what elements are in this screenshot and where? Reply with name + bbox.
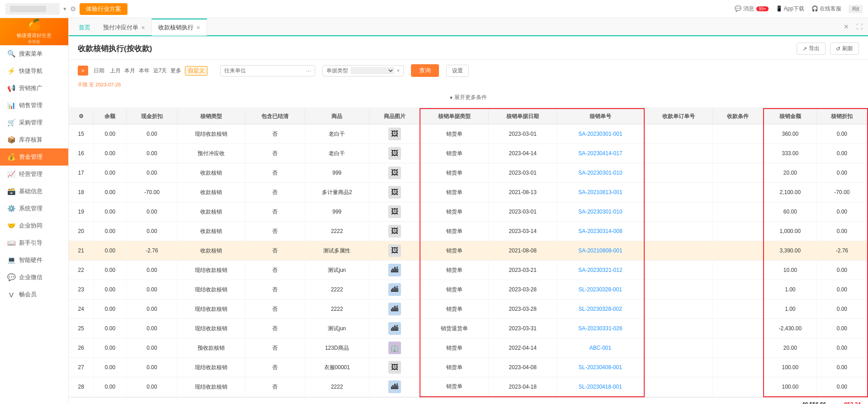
company-selector[interactable]: [5, 3, 60, 15]
doc-no-link[interactable]: SA-20230301-010: [578, 170, 622, 176]
sidebar-icon-0: 🔍: [7, 50, 15, 58]
date-more[interactable]: 更多: [170, 67, 181, 75]
cell-balance: 0.00: [94, 163, 127, 183]
doc-no-link[interactable]: SA-20210808-001: [578, 247, 622, 254]
cell-cancel-doc-type: 销货单: [420, 183, 489, 202]
sidebar-item-5[interactable]: 📦 库存核算: [0, 131, 68, 148]
cell-cash-discount: 0.00: [127, 222, 177, 241]
cell-cancel-doc-type: 销货单: [420, 280, 489, 299]
cell-cancel-doc-date: 2023-03-01: [489, 124, 557, 144]
date-7days[interactable]: 近7天: [153, 67, 167, 75]
sidebar-item-3[interactable]: 📊 销售管理: [0, 97, 68, 114]
date-this-year[interactable]: 本年: [139, 67, 150, 75]
cell-cancel-doc-no: SL-20230418-001: [557, 377, 644, 397]
doc-no-link[interactable]: SA-20230414-017: [578, 150, 622, 157]
cell-seq: 15: [69, 124, 94, 144]
tab-prepay[interactable]: 预付冲应付单 ✕: [97, 19, 151, 36]
sidebar-icon-10: 🤝: [7, 222, 15, 230]
sidebar-item-0[interactable]: 🔍 搜索菜单: [0, 45, 68, 62]
date-custom[interactable]: 自定义: [185, 66, 208, 76]
cell-receipt-condition: [712, 124, 764, 144]
sidebar-item-4[interactable]: 🛒 采购管理: [0, 114, 68, 131]
col-header-cancel-discount: 核销折扣: [816, 109, 868, 124]
sidebar-item-11[interactable]: 📖 新手引导: [0, 234, 68, 252]
sidebar-item-7[interactable]: 📈 经营管理: [0, 166, 68, 183]
partner-dots[interactable]: ···: [306, 67, 311, 74]
date-this-month[interactable]: 本月: [124, 67, 135, 75]
sidebar-label-9: 系统管理: [19, 204, 42, 213]
cell-cancel-doc-type: 销货单: [420, 124, 489, 144]
filter-expand-button[interactable]: »: [78, 66, 88, 76]
export-button[interactable]: ↗ 导出: [797, 43, 826, 55]
online-service-link[interactable]: 🎧 在线客服: [811, 5, 841, 13]
receipt-tab-close[interactable]: ✕: [196, 25, 200, 31]
table-footer: 40,556,66... 952.24: [69, 397, 868, 404]
settings-button[interactable]: 设置: [446, 65, 469, 77]
cell-cancel-discount: 0.00: [816, 144, 868, 163]
messages-link[interactable]: 💬 消息 99+: [735, 5, 769, 13]
sidebar-icon-1: ⚡: [7, 67, 15, 75]
tab-expand-icon[interactable]: ⛶: [854, 21, 864, 32]
doc-no-link[interactable]: SL-20230328-001: [579, 286, 622, 293]
sidebar-item-6[interactable]: 💰 资金管理: [0, 148, 68, 166]
sidebar-item-12[interactable]: 💻 智能硬件: [0, 252, 68, 269]
tab-receipt-cancel[interactable]: 收款核销执行 ✕: [151, 19, 207, 36]
cell-include-settled: 否: [245, 377, 305, 397]
cell-receipt-order: [644, 241, 713, 261]
cell-include-settled: 否: [245, 222, 305, 241]
doc-no-link[interactable]: SA-20230331-026: [578, 325, 622, 332]
sidebar-item-8[interactable]: 🗃️ 基础信息: [0, 183, 68, 200]
sidebar-item-9[interactable]: ⚙️ 系统管理: [0, 200, 68, 217]
doc-no-link[interactable]: SL-20230328-002: [579, 306, 622, 312]
query-button[interactable]: 查询: [411, 64, 439, 77]
doc-no-link[interactable]: SL-20230408-001: [579, 364, 622, 371]
sidebar-item-13[interactable]: 💬 企业微信: [0, 269, 68, 286]
doc-no-link[interactable]: SA-20230314-008: [578, 228, 622, 234]
cell-receipt-order: [644, 202, 713, 222]
doc-no-link[interactable]: SA-20230301-010: [578, 209, 622, 215]
settings-gear-icon[interactable]: ⚙: [70, 5, 76, 13]
cell-cash-discount: 0.00: [127, 163, 177, 183]
cell-receipt-condition: [712, 280, 764, 299]
table-row: 28 0.00 0.00 现结收款核销 否 2222 🏙 销货单 2023-04…: [69, 377, 868, 397]
doc-no-link[interactable]: SA-20210813-001: [578, 189, 622, 195]
logo-name: 畅捷通谱好生意: [17, 32, 52, 39]
cell-receipt-condition: [712, 319, 764, 338]
company-dropdown-icon[interactable]: ▾: [63, 5, 66, 12]
cell-seq: 28: [69, 377, 94, 397]
doc-no-link[interactable]: SA-20230301-001: [578, 131, 622, 137]
table-wrap: ⚙ 余额 现金折扣 核销类型 包含已结清 商品 商品图片 核销单据类型 核销单据…: [69, 108, 868, 404]
cell-cancel-doc-no: SA-20210813-001: [557, 183, 644, 202]
date-last-month[interactable]: 上月: [110, 67, 121, 75]
cell-cash-discount: -70.00: [127, 183, 177, 202]
col-header-balance: 余额: [94, 109, 127, 124]
cell-cancel-amount: 1.00: [764, 280, 816, 299]
sidebar: 🍊 畅捷通谱好生意 标推版 🔍 搜索菜单 ⚡ 快捷导航 📢 营销推广 📊 销售管…: [0, 18, 69, 404]
sidebar-item-2[interactable]: 📢 营销推广: [0, 80, 68, 97]
prepay-tab-label: 预付冲应付单: [103, 24, 138, 32]
cell-receipt-order: [644, 183, 713, 202]
doc-type-select[interactable]: [351, 67, 394, 74]
doc-no-link[interactable]: SL-20230418-001: [579, 384, 622, 390]
app-download-link[interactable]: 📱 App下载: [776, 5, 804, 13]
doc-no-link[interactable]: SA-20230321-012: [578, 267, 622, 273]
tab-home[interactable]: 首页: [72, 19, 97, 36]
cell-cancel-doc-type: 销货单: [420, 338, 489, 358]
col-header-cancel-doc-no: 核销单号: [557, 109, 644, 124]
partner-input[interactable]: [249, 67, 303, 74]
cell-cancel-doc-type: 销货单: [420, 202, 489, 222]
refresh-button[interactable]: ↺ 刷新: [830, 43, 859, 55]
date-quick-links: 上月 本月 本年 近7天 更多 自定义: [110, 66, 208, 76]
sidebar-item-14[interactable]: V 畅会员: [0, 286, 68, 303]
cell-cash-discount: 0.00: [127, 319, 177, 338]
sidebar-item-1[interactable]: ⚡ 快捷导航: [0, 62, 68, 80]
tab-close-all-icon[interactable]: ✕: [842, 21, 851, 32]
cell-cancel-doc-date: 2023-03-28: [489, 280, 557, 299]
partner-filter-wrap: 往来单位 ···: [220, 65, 315, 76]
date-range-display: 不限 至 2023-07-26: [78, 81, 121, 88]
prepay-tab-close[interactable]: ✕: [141, 25, 145, 31]
doc-no-link[interactable]: ABC-001: [590, 345, 612, 351]
sidebar-item-10[interactable]: 🤝 企业协同: [0, 217, 68, 234]
expand-more-button[interactable]: ▾ 展开更多条件: [78, 92, 859, 103]
solution-button[interactable]: 体验行业方案: [80, 3, 127, 15]
